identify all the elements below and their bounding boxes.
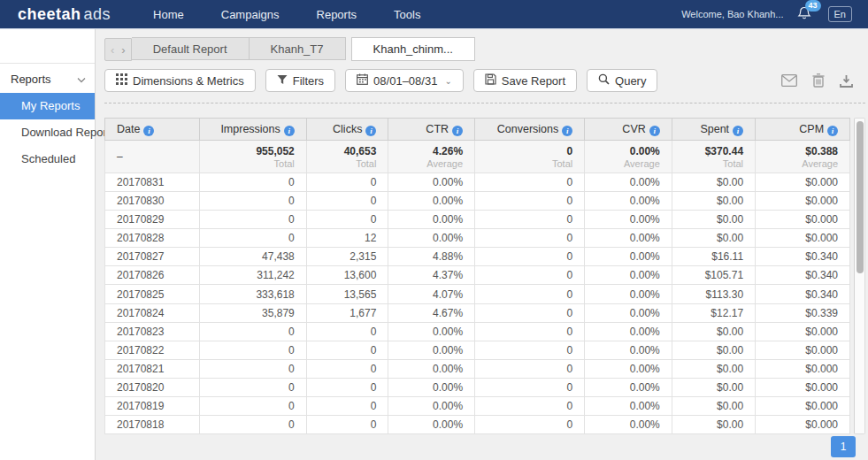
tab-khanh-t7[interactable]: Khanh_T7 — [250, 37, 346, 60]
table-row: 20170831000.00%00.00%$0.00$0.000 — [105, 173, 850, 192]
value-cell: 0 — [200, 322, 306, 341]
summary-cell: 0.00%Average — [585, 141, 672, 173]
summary-value: $0.388 — [767, 145, 838, 157]
tab-default-report[interactable]: Default Report — [132, 37, 250, 60]
logo-text-bold: cheetah — [18, 5, 81, 23]
value-cell: 0 — [200, 173, 306, 192]
email-icon[interactable] — [781, 74, 797, 87]
table-scrollbar-thumb[interactable] — [856, 121, 864, 273]
nav-item-home[interactable]: Home — [153, 8, 184, 21]
value-cell: $0.00 — [672, 396, 755, 415]
info-icon[interactable]: i — [452, 126, 463, 136]
sidebar-item-scheduled[interactable]: Scheduled — [0, 146, 95, 172]
summary-sublabel: Average — [767, 158, 838, 169]
column-header-clicks[interactable]: Clicksi — [306, 119, 388, 141]
sidebar-item-my-reports[interactable]: My Reports — [0, 93, 95, 119]
value-cell: 0 — [475, 359, 585, 378]
column-header-cvr[interactable]: CVRi — [585, 119, 672, 141]
info-icon[interactable]: i — [649, 126, 660, 136]
info-icon[interactable]: i — [827, 126, 838, 136]
value-cell: $113.30 — [672, 285, 755, 303]
calendar-icon — [357, 73, 368, 88]
pagination-page-1[interactable]: 1 — [831, 436, 856, 457]
value-cell: $0.000 — [756, 341, 850, 359]
value-cell: 4.07% — [388, 285, 475, 303]
value-cell: $0.000 — [756, 192, 850, 211]
tab-scroll-arrows: ‹ › — [104, 38, 132, 61]
date-cell: 20170822 — [105, 341, 200, 359]
query-label: Query — [615, 74, 646, 88]
save-report-button[interactable]: Save Report — [473, 69, 577, 92]
table-row: 20170830000.00%00.00%$0.00$0.000 — [105, 192, 850, 211]
dimensions-metrics-button[interactable]: Dimensions & Metrics — [104, 69, 256, 92]
value-cell: 0.00% — [585, 266, 672, 285]
date-cell: 20170830 — [105, 192, 200, 211]
table-row: 201708280120.00%00.00%$0.00$0.000 — [105, 229, 850, 248]
summary-value: $370.44 — [684, 145, 743, 157]
tab-khanh-chinm[interactable]: Khanh_chinm... — [351, 37, 475, 61]
value-cell: $0.00 — [672, 192, 755, 211]
value-cell: 0 — [475, 378, 585, 396]
table-row: 20170825333,61813,5654.07%00.00%$113.30$… — [105, 285, 850, 303]
date-range-button[interactable]: 08/01–08/31 ⌄ — [345, 69, 464, 92]
value-cell: 4.88% — [388, 248, 475, 266]
column-header-conversions[interactable]: Conversionsi — [475, 119, 585, 141]
info-icon[interactable]: i — [733, 126, 743, 136]
value-cell: $0.00 — [672, 322, 755, 341]
table-row: 2017082435,8791,6774.67%00.00%$12.17$0.3… — [105, 303, 850, 322]
value-cell: 0 — [475, 303, 585, 322]
info-icon[interactable]: i — [562, 126, 572, 136]
value-cell: $0.00 — [672, 415, 755, 433]
caret-down-icon: ⌄ — [444, 76, 451, 86]
info-icon[interactable]: i — [143, 126, 154, 136]
column-header-ctr[interactable]: CTRi — [388, 119, 475, 141]
table-header-row: DateiImpressionsiClicksiCTRiConversionsi… — [105, 119, 850, 141]
query-button[interactable]: Query — [587, 69, 657, 92]
value-cell: 0 — [306, 341, 388, 359]
download-icon[interactable] — [840, 74, 853, 88]
grid-icon — [116, 73, 127, 88]
column-header-impressions[interactable]: Impressionsi — [200, 119, 306, 141]
value-cell: $16.11 — [672, 248, 755, 266]
summary-sublabel: Average — [596, 158, 660, 169]
logo-text-light: ads — [84, 5, 111, 23]
notifications-button[interactable]: 43 — [796, 5, 816, 23]
tab-scroll-right-icon[interactable]: › — [121, 44, 125, 56]
value-cell: 0 — [475, 285, 585, 303]
sidebar-spacer — [0, 29, 95, 63]
table-scrollbar-track[interactable] — [854, 118, 865, 434]
value-cell: $0.00 — [672, 211, 755, 229]
filters-button[interactable]: Filters — [265, 69, 335, 92]
value-cell: 35,879 — [200, 303, 306, 322]
tab-scroll-left-icon[interactable]: ‹ — [111, 44, 114, 56]
value-cell: 0.00% — [585, 248, 672, 266]
value-cell: 0.00% — [388, 396, 475, 415]
nav-item-campaigns[interactable]: Campaigns — [221, 8, 280, 21]
value-cell: 0 — [200, 229, 306, 248]
sidebar-item-download-report[interactable]: Download Report — [0, 119, 95, 146]
value-cell: 333,618 — [200, 285, 306, 303]
value-cell: 0 — [475, 266, 585, 285]
value-cell: 0.00% — [388, 173, 475, 192]
summary-cell: 955,052Total — [200, 141, 306, 173]
logo[interactable]: cheetahads — [18, 5, 111, 24]
nav-item-tools[interactable]: Tools — [394, 8, 420, 21]
date-cell: 20170824 — [105, 303, 200, 322]
value-cell: 0 — [475, 211, 585, 229]
summary-sublabel: Total — [319, 158, 377, 169]
nav-item-reports[interactable]: Reports — [317, 8, 357, 21]
language-button[interactable]: En — [828, 6, 852, 22]
funnel-icon — [277, 74, 288, 88]
column-header-date[interactable]: Datei — [105, 119, 200, 141]
table-action-icons — [781, 73, 853, 88]
welcome-text: Welcome, Bao Khanh... — [681, 9, 783, 19]
content-panel: ‹ › Default ReportKhanh_T7Khanh_chinm...… — [96, 29, 868, 460]
column-header-spent[interactable]: Spenti — [672, 119, 755, 141]
column-header-cpm[interactable]: CPMi — [756, 119, 850, 141]
navbar-right: Welcome, Bao Khanh... 43 En — [681, 5, 852, 23]
trash-icon[interactable] — [812, 73, 825, 88]
sidebar-section-reports[interactable]: Reports — [0, 63, 95, 93]
info-icon[interactable]: i — [284, 126, 295, 136]
info-icon[interactable]: i — [365, 126, 376, 136]
value-cell: 1,677 — [306, 303, 388, 322]
